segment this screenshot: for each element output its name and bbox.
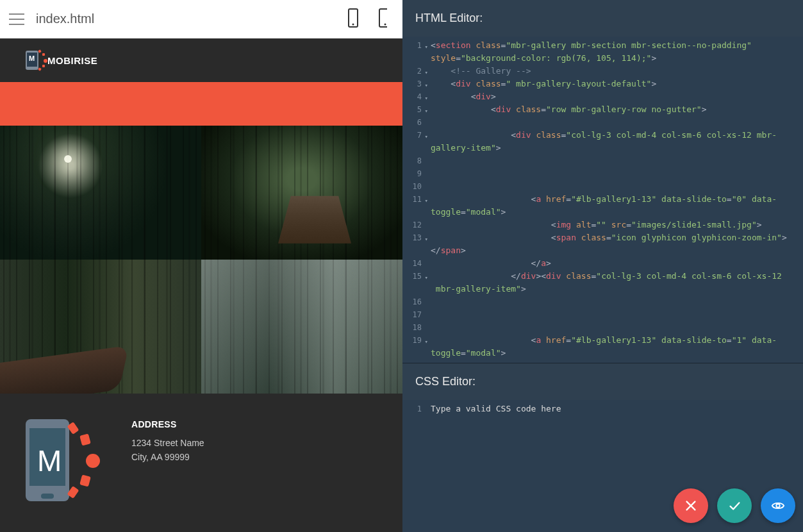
device-switcher xyxy=(346,8,393,30)
close-icon xyxy=(684,499,698,513)
action-buttons xyxy=(674,488,795,523)
gallery-item[interactable] xyxy=(201,126,402,260)
cancel-button[interactable] xyxy=(674,488,708,523)
top-header: index.html xyxy=(0,0,402,38)
filename-label: index.html xyxy=(36,12,94,26)
address-heading: ADDRESS xyxy=(131,419,204,429)
eye-icon xyxy=(771,499,785,513)
html-code-area[interactable]: <section class="mbr-gallery mbr-section … xyxy=(426,37,803,363)
address-line: City, AA 99999 xyxy=(131,450,204,464)
brand-logo-icon: M xyxy=(26,49,47,71)
html-editor: HTML Editor: 1▾2▾3▾4▾5▾67▾891011▾1213▾14… xyxy=(402,0,803,363)
svg-point-4 xyxy=(776,504,780,508)
html-line-gutter: 1▾2▾3▾4▾5▾67▾891011▾1213▾1415▾16171819▾ xyxy=(402,37,426,363)
css-placeholder: Type a valid CSS code here xyxy=(431,403,798,415)
check-icon xyxy=(727,499,741,513)
brand-name: MOBIRISE xyxy=(47,55,97,66)
gallery-item[interactable] xyxy=(201,260,402,394)
footer-logo-icon: M xyxy=(26,419,99,503)
svg-point-1 xyxy=(352,23,354,25)
accept-button[interactable] xyxy=(717,488,752,523)
gallery-grid xyxy=(0,126,402,394)
svg-point-3 xyxy=(385,23,386,25)
preview-button[interactable] xyxy=(761,488,795,523)
css-line-gutter: 1 xyxy=(402,400,426,532)
gallery-item[interactable] xyxy=(0,260,201,394)
phone-portrait-icon[interactable] xyxy=(346,8,360,30)
address-line: 1234 Street Name xyxy=(131,436,204,450)
gallery-item[interactable] xyxy=(0,126,201,260)
tablet-icon[interactable] xyxy=(378,8,387,30)
address-block: ADDRESS 1234 Street Name City, AA 99999 xyxy=(131,419,204,519)
css-editor-title: CSS Editor: xyxy=(402,363,803,400)
hero-bar xyxy=(0,82,402,126)
html-editor-body[interactable]: 1▾2▾3▾4▾5▾67▾891011▾1213▾1415▾16171819▾ … xyxy=(402,37,803,363)
footer: M ADDRESS 1234 Street Name City, AA 9999… xyxy=(0,394,402,532)
menu-icon[interactable] xyxy=(9,13,24,25)
html-editor-title: HTML Editor: xyxy=(402,0,803,37)
brand-bar: M MOBIRISE xyxy=(0,38,402,82)
